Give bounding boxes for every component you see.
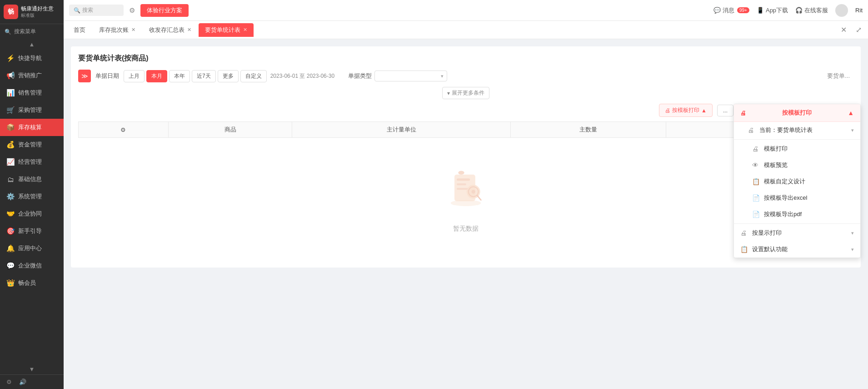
dropdown-current-template[interactable]: 🖨 当前：要货单统计表 ▾ bbox=[734, 122, 860, 138]
sidebar-scroll-up[interactable]: ▲ bbox=[0, 39, 64, 50]
sidebar-item-newbie[interactable]: 🎯 新手引导 bbox=[0, 222, 64, 240]
current-template-icon: 🖨 bbox=[748, 126, 756, 134]
tab-close-order-stats[interactable]: ✕ bbox=[243, 27, 247, 33]
sidebar-item-wechat[interactable]: 💬 企业微信 bbox=[0, 257, 64, 274]
message-btn[interactable]: 💬 消息 99+ bbox=[713, 6, 749, 15]
sidebar-item-marketing[interactable]: 📢 营销推广 bbox=[0, 67, 64, 84]
basic-icon: 🗂 bbox=[6, 176, 15, 183]
dropdown-template-print[interactable]: 🖨 模板打印 bbox=[734, 141, 860, 157]
sidebar-scroll-down[interactable]: ▼ bbox=[0, 364, 64, 374]
system-icon: ⚙️ bbox=[6, 192, 15, 201]
topbar-gear[interactable]: ⚙ bbox=[127, 5, 137, 16]
col-quantity: 主数量 bbox=[511, 122, 666, 138]
message-badge: 99+ bbox=[737, 7, 749, 13]
sidebar-item-collab[interactable]: 🤝 企业协同 bbox=[0, 205, 64, 222]
template-print-icon: 🖨 bbox=[752, 145, 760, 152]
date-btn-last-month[interactable]: 上月 bbox=[124, 70, 145, 82]
expand-icon: ▾ bbox=[447, 90, 450, 96]
date-btn-this-year[interactable]: 本年 bbox=[169, 70, 190, 82]
appstore-icon: 🔔 bbox=[6, 244, 15, 253]
dropdown-close-arrow[interactable]: ▲ bbox=[848, 109, 854, 116]
username: Rit bbox=[855, 7, 863, 14]
expand-conditions-btn[interactable]: ▾ 展开更多条件 bbox=[442, 87, 489, 99]
sound-icon[interactable]: 🔊 bbox=[19, 379, 26, 385]
topbar-search[interactable]: 🔍 搜索 bbox=[69, 5, 124, 16]
industry-btn[interactable]: 体验行业方案 bbox=[140, 4, 189, 17]
sidebar-item-sales[interactable]: 📊 销售管理 bbox=[0, 84, 64, 101]
svg-rect-4 bbox=[457, 188, 468, 190]
filter-toggle-btn[interactable]: ≫ bbox=[78, 70, 91, 82]
divider-2 bbox=[734, 223, 860, 224]
tab-home[interactable]: 首页 bbox=[67, 23, 92, 37]
tab-collection-summary[interactable]: 收发存汇总表 ✕ bbox=[143, 23, 198, 37]
svg-line-7 bbox=[477, 196, 481, 200]
tab-inventory-batch[interactable]: 库存批次账 ✕ bbox=[93, 23, 142, 37]
print-dropdown-icon: 🖨 bbox=[740, 110, 746, 116]
operation-icon: 📈 bbox=[6, 158, 15, 166]
date-filter-label: 单据日期 bbox=[95, 72, 119, 80]
date-btn-this-month[interactable]: 本月 bbox=[146, 70, 167, 82]
tabs-right-controls: ✕ ⤢ bbox=[838, 25, 864, 35]
date-btn-7days[interactable]: 近7天 bbox=[192, 70, 216, 82]
sidebar-item-basic[interactable]: 🗂 基础信息 bbox=[0, 171, 64, 188]
sidebar-item-finance[interactable]: 💰 资金管理 bbox=[0, 136, 64, 153]
print-icon: 🖨 bbox=[665, 107, 670, 114]
divider-1 bbox=[734, 139, 860, 140]
app-logo-icon: 畅 bbox=[4, 5, 18, 19]
sidebar-bottom: ⚙ 🔊 bbox=[0, 374, 64, 389]
sidebar-item-shortcut[interactable]: ⚡ 快捷导航 bbox=[0, 50, 64, 67]
sidebar-item-system[interactable]: ⚙️ 系统管理 bbox=[0, 188, 64, 205]
type-select[interactable] bbox=[374, 71, 447, 81]
sidebar-item-purchase[interactable]: 🛒 采购管理 bbox=[0, 101, 64, 119]
dropdown-template-preview[interactable]: 👁 模板预览 bbox=[734, 157, 860, 173]
sidebar-nav: ⚡ 快捷导航 📢 营销推广 📊 销售管理 🛒 采购管理 📦 库存核算 💰 资金管… bbox=[0, 50, 64, 364]
print-template-btn[interactable]: 🖨 按模板打印 ▲ bbox=[659, 104, 713, 117]
tab-close-collection-summary[interactable]: ✕ bbox=[187, 27, 191, 33]
sidebar-search[interactable]: 🔍 搜索菜单 bbox=[0, 24, 64, 39]
type-filter-label: 单据类型 bbox=[348, 72, 372, 80]
avatar[interactable] bbox=[835, 4, 848, 17]
online-service-btn[interactable]: 🎧 在线客服 bbox=[795, 6, 828, 15]
print-chevron-icon: ▲ bbox=[701, 107, 707, 114]
tab-maximize-btn[interactable]: ⤢ bbox=[853, 25, 864, 35]
tab-order-stats[interactable]: 要货单统计表 ✕ bbox=[199, 23, 254, 37]
dropdown-display-print[interactable]: 🖨 按显示打印 ▾ bbox=[734, 225, 860, 241]
template-design-icon: 📋 bbox=[752, 178, 760, 185]
template-preview-icon: 👁 bbox=[752, 162, 760, 169]
tab-close-inventory-batch[interactable]: ✕ bbox=[131, 27, 135, 33]
dropdown-template-pdf[interactable]: 📄 按模板导出pdf bbox=[734, 206, 860, 222]
date-range-display: 2023-06-01 至 2023-06-30 bbox=[270, 72, 334, 80]
main-area: 🔍 搜索 ⚙ 体验行业方案 💬 消息 99+ 📱 App下载 🎧 在线客服 Ri… bbox=[64, 0, 868, 389]
date-btn-custom[interactable]: 自定义 bbox=[240, 70, 267, 82]
more-btn[interactable]: ... bbox=[717, 105, 733, 116]
sidebar-item-operation[interactable]: 📈 经营管理 bbox=[0, 153, 64, 171]
top-right-filter: 要货单... bbox=[823, 70, 853, 82]
sidebar-item-appstore[interactable]: 🔔 应用中心 bbox=[0, 240, 64, 257]
app-name: 畅康通好生意 标准版 bbox=[21, 5, 54, 19]
dropdown-template-design[interactable]: 📋 模板自定义设计 bbox=[734, 173, 860, 190]
print-dropdown-title: 按模板打印 bbox=[782, 109, 812, 117]
type-select-wrap bbox=[374, 71, 447, 81]
set-default-arrow: ▾ bbox=[851, 247, 854, 253]
app-download-btn[interactable]: 📱 App下载 bbox=[757, 6, 788, 15]
settings-bottom-icon[interactable]: ⚙ bbox=[6, 379, 12, 385]
service-icon: 🎧 bbox=[795, 7, 803, 14]
dropdown-template-excel[interactable]: 📄 按模板导出excel bbox=[734, 190, 860, 206]
date-filter-group: 上月 本月 本年 近7天 更多 自定义 2023-06-01 至 2023-06… bbox=[124, 70, 334, 82]
svg-rect-3 bbox=[457, 183, 466, 185]
col-settings[interactable]: ⚙ bbox=[79, 122, 169, 138]
topbar: 🔍 搜索 ⚙ 体验行业方案 💬 消息 99+ 📱 App下载 🎧 在线客服 Ri… bbox=[64, 0, 868, 21]
dropdown-set-default[interactable]: 📋 设置默认功能 ▾ bbox=[734, 241, 860, 258]
sidebar-item-member[interactable]: 👑 畅会员 bbox=[0, 274, 64, 292]
page-title: 要货单统计表(按商品) bbox=[78, 54, 853, 63]
shortcut-icon: ⚡ bbox=[6, 54, 15, 62]
sidebar-logo: 畅 畅康通好生意 标准版 bbox=[0, 0, 64, 24]
tab-close-btn[interactable]: ✕ bbox=[838, 25, 849, 35]
sidebar-item-inventory[interactable]: 📦 库存核算 bbox=[0, 119, 64, 136]
finance-icon: 💰 bbox=[6, 141, 15, 149]
tabs-bar: 首页 库存批次账 ✕ 收发存汇总表 ✕ 要货单统计表 ✕ ✕ ⤢ bbox=[64, 21, 868, 39]
date-btn-more[interactable]: 更多 bbox=[218, 70, 239, 82]
message-icon: 💬 bbox=[713, 7, 721, 14]
collab-icon: 🤝 bbox=[6, 210, 15, 218]
col-unit: 主计量单位 bbox=[292, 122, 511, 138]
